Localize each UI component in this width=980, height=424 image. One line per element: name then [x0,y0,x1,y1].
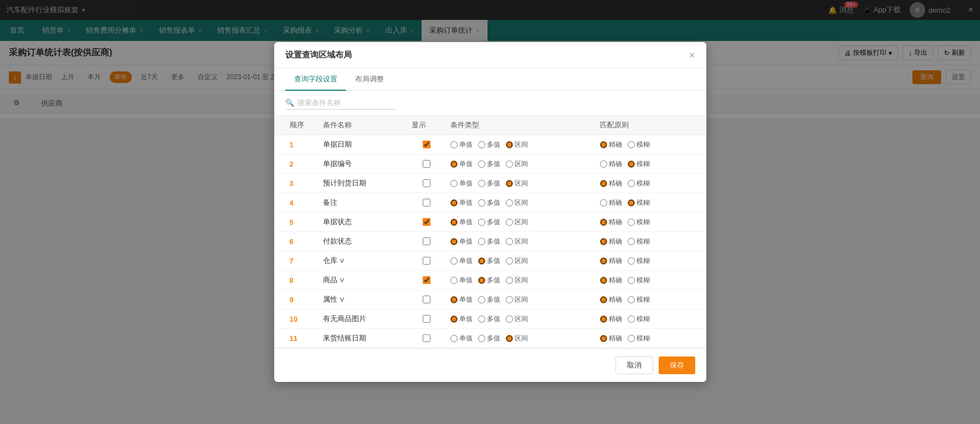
dialog-title: 设置查询区域布局 [285,50,352,60]
dialog-tab-field-settings[interactable]: 查询字段设置 [285,69,346,91]
search-wrap: 🔍 [285,96,396,110]
dialog-header: 设置查询区域布局 × [274,42,706,69]
dialog-body: 顺序 条件名称 显示 条件类型 匹配原则 1单据日期单值多值区间精确模糊2单据编… [274,116,706,118]
dialog-tab-layout[interactable]: 布局调整 [346,69,393,91]
dth-match-rule: 匹配原则 [596,116,695,118]
dialog-search-area: 🔍 [274,91,706,116]
dialog-tab-layout-label: 布局调整 [355,75,384,83]
dialog-close-btn[interactable]: × [689,50,695,60]
dialog-tabs: 查询字段设置 布局调整 [274,69,706,91]
dth-condition-type: 条件类型 [446,116,596,118]
search-icon: 🔍 [285,99,294,107]
search-input[interactable] [297,99,381,107]
dth-display: 显示 [407,116,446,118]
dialog-tab-field-label: 查询字段设置 [294,75,337,83]
dth-order: 顺序 [285,116,319,118]
dth-name: 条件名称 [319,116,407,118]
dialog-table-header: 顺序 条件名称 显示 条件类型 匹配原则 [274,116,706,118]
overlay: 设置查询区域布局 × 查询字段设置 布局调整 🔍 顺序 条件名称 [0,0,980,118]
dialog: 设置查询区域布局 × 查询字段设置 布局调整 🔍 顺序 条件名称 [274,42,706,118]
